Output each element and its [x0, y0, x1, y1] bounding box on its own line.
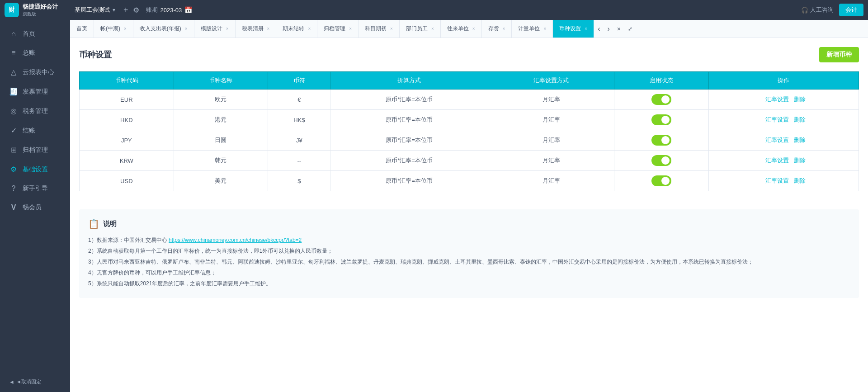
delete-link-2[interactable]: 删除 — [794, 137, 806, 143]
toggle-4[interactable] — [651, 175, 671, 186]
tab-unit[interactable]: 计量单位 × — [512, 20, 553, 38]
sidebar-label-ledger: 总账 — [23, 49, 35, 57]
tab-currency[interactable]: 币种设置 × — [553, 20, 594, 38]
settle-icon: ✓ — [9, 126, 18, 135]
rate-setting-link-0[interactable]: 汇率设置 — [765, 96, 789, 103]
tab-period-end[interactable]: 期末结转 × — [276, 20, 317, 38]
sidebar-item-archive[interactable]: ⊞ 归档管理 — [0, 140, 70, 160]
tab-next-icon[interactable]: › — [604, 25, 613, 33]
tab-close-partners[interactable]: × — [472, 26, 475, 31]
tab-close-template[interactable]: × — [226, 26, 229, 31]
toggle-1[interactable] — [651, 114, 671, 125]
page-title: 币种设置 — [79, 49, 112, 60]
table-row: KRW 韩元 -- 原币*汇率=本位币 月汇率 汇率设置 删除 — [80, 151, 859, 171]
cell-rate-0: 月汇率 — [488, 90, 614, 110]
sidebar-label-archive: 归档管理 — [23, 146, 48, 154]
chevron-down-icon[interactable]: ▾ — [113, 7, 115, 13]
org-selector[interactable]: 基层工会测试 ▾ — [70, 4, 120, 16]
collapse-icon: ◄ — [9, 379, 14, 385]
rate-setting-link-1[interactable]: 汇率设置 — [765, 116, 789, 123]
col-status: 启用状态 — [614, 72, 709, 90]
collapse-label: ◄取消固定 — [16, 378, 41, 385]
archive-icon: ⊞ — [9, 146, 18, 154]
page-content: 币种设置 新增币种 币种代码 币种名称 币符 折算方式 汇率设置方式 启用状态 — [70, 38, 868, 392]
cell-symbol-0: € — [268, 90, 330, 110]
cell-symbol-4: $ — [268, 171, 330, 191]
rate-setting-link-2[interactable]: 汇率设置 — [765, 137, 789, 143]
cell-rate-1: 月汇率 — [488, 110, 614, 130]
account-button[interactable]: 会计 — [839, 4, 863, 16]
cell-calc-2: 原币*汇率=本位币 — [330, 130, 488, 151]
tab-close-unit[interactable]: × — [543, 26, 546, 31]
ledger-icon: ≡ — [9, 49, 18, 57]
rate-setting-link-3[interactable]: 汇率设置 — [765, 157, 789, 164]
tab-close-currency[interactable]: × — [585, 26, 587, 31]
cell-toggle-0[interactable] — [614, 90, 709, 110]
tab-close-subject[interactable]: × — [390, 26, 393, 31]
rate-setting-link-4[interactable]: 汇率设置 — [765, 177, 789, 184]
cell-toggle-4[interactable] — [614, 171, 709, 191]
sidebar-item-reports[interactable]: △ 云报表中心 — [0, 62, 70, 82]
sidebar-item-settle[interactable]: ✓ 结账 — [0, 121, 70, 140]
guide-icon: ? — [9, 184, 18, 193]
tab-annual-report[interactable]: 收入支出表(年报) × — [133, 20, 194, 38]
cell-toggle-1[interactable] — [614, 110, 709, 130]
cell-toggle-2[interactable] — [614, 130, 709, 151]
sidebar-label-home: 首页 — [23, 30, 35, 38]
tab-close-dept[interactable]: × — [431, 26, 434, 31]
add-workspace-icon[interactable]: + — [123, 5, 128, 15]
table-row: JPY 日圆 J¥ 原币*汇率=本位币 月汇率 汇率设置 删除 — [80, 130, 859, 151]
logo-area: 财 畅捷通好会计 旗舰版 — [0, 3, 70, 17]
calendar-icon[interactable]: 📅 — [184, 6, 192, 14]
sidebar-item-invoice[interactable]: 🧾 发票管理 — [0, 82, 70, 101]
tab-inventory[interactable]: 存货 × — [482, 20, 512, 38]
sidebar-item-ledger[interactable]: ≡ 总账 — [0, 43, 70, 62]
cell-name-0: 欧元 — [174, 90, 268, 110]
settings-icon[interactable]: ⚙ — [133, 6, 139, 14]
tab-archive-mgmt[interactable]: 归档管理 × — [317, 20, 359, 38]
tab-tax-list[interactable]: 税表清册 × — [236, 20, 277, 38]
help-button[interactable]: 🎧 人工咨询 — [801, 6, 834, 14]
new-currency-button[interactable]: 新增币种 — [819, 47, 859, 62]
tab-close-all-icon[interactable]: × — [613, 25, 624, 33]
toggle-2[interactable] — [651, 135, 671, 146]
tab-template[interactable]: 模版设计 × — [194, 20, 236, 38]
toggle-0[interactable] — [651, 94, 671, 105]
tab-close-annual[interactable]: × — [185, 26, 188, 31]
notice-item-5: 5）系统只能自动抓取2021年度后的汇率，之前年度汇率需要用户手工维护。 — [88, 278, 850, 289]
tab-mid-period[interactable]: 帐(中期) × — [94, 20, 133, 38]
cell-action-4: 汇率设置 删除 — [708, 171, 859, 191]
tab-fullscreen-icon[interactable]: ⤢ — [624, 26, 636, 32]
sidebar-item-guide[interactable]: ? 新手引导 — [0, 179, 70, 198]
notice-item-3: 3）人民币对马来西亚林吉特、俄罗斯卢布、南非兰特、韩元、阿联酋迪拉姆、沙特里亚尔… — [88, 256, 850, 267]
tab-home[interactable]: 首页 — [70, 20, 94, 38]
col-action: 操作 — [708, 72, 859, 90]
reports-icon: △ — [9, 68, 18, 76]
tab-close-period-end[interactable]: × — [308, 26, 311, 31]
toggle-3[interactable] — [651, 155, 671, 166]
cell-toggle-3[interactable] — [614, 151, 709, 171]
notice-link[interactable]: https://www.chinamoney.com.cn/chinese/bk… — [169, 237, 302, 243]
tab-department[interactable]: 部门员工 × — [400, 20, 441, 38]
tab-close-inventory[interactable]: × — [503, 26, 505, 31]
tab-partners[interactable]: 往来单位 × — [441, 20, 482, 38]
tab-close-tax[interactable]: × — [267, 26, 270, 31]
delete-link-0[interactable]: 删除 — [794, 96, 806, 103]
table-row: HKD 港元 HK$ 原币*汇率=本位币 月汇率 汇率设置 删除 — [80, 110, 859, 130]
sidebar-item-member[interactable]: V 畅会员 — [0, 198, 70, 217]
cell-name-2: 日圆 — [174, 130, 268, 151]
cell-action-3: 汇率设置 删除 — [708, 151, 859, 171]
delete-link-1[interactable]: 删除 — [794, 116, 806, 123]
collapse-button[interactable]: ◄ ◄取消固定 — [0, 372, 70, 392]
tab-close-archive[interactable]: × — [349, 26, 352, 31]
sidebar-item-home[interactable]: ⌂ 首页 — [0, 24, 70, 43]
tab-subject-init[interactable]: 科目期初 × — [359, 20, 400, 38]
delete-link-3[interactable]: 删除 — [794, 157, 806, 164]
sidebar-item-tax[interactable]: ◎ 税务管理 — [0, 101, 70, 121]
sidebar-label-tax: 税务管理 — [23, 107, 48, 115]
sidebar-item-basic[interactable]: ⚙ 基础设置 — [0, 160, 70, 179]
tab-prev-icon[interactable]: ‹ — [594, 25, 604, 33]
delete-link-4[interactable]: 删除 — [794, 177, 806, 184]
tab-close-mid-period[interactable]: × — [124, 26, 127, 31]
basic-icon: ⚙ — [9, 165, 18, 174]
